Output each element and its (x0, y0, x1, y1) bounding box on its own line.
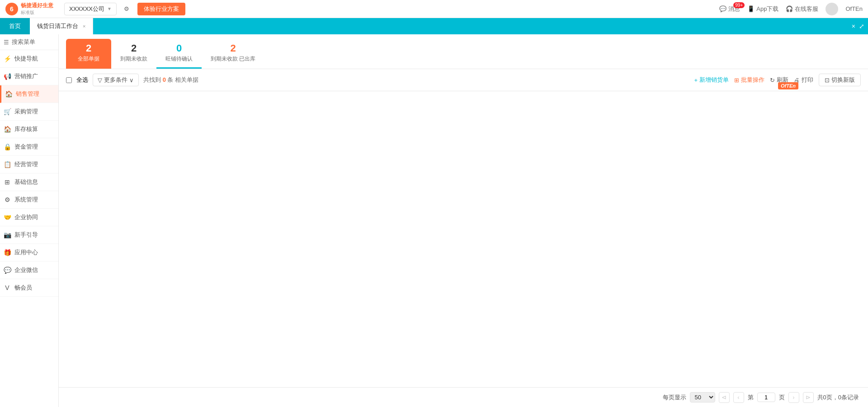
tab-overdue-shipped[interactable]: 2 到期未收款 已出库 (202, 39, 264, 69)
last-page-button[interactable]: ⊳ (803, 392, 814, 403)
logo-text: 畅捷通好生意 标准版 (21, 2, 53, 16)
sidebar-item-inventory[interactable]: 🏠 库存核算 (0, 121, 58, 138)
online-service-button[interactable]: 🎧 在线客服 (786, 5, 818, 13)
minimize-icon[interactable]: × (852, 23, 855, 30)
batch-icon: ⊞ (734, 77, 739, 84)
home-tab-label: 首页 (9, 22, 21, 30)
dropdown-arrow-icon: ▼ (107, 6, 112, 11)
sidebar-item-sales[interactable]: 🏠 销售管理 (0, 85, 58, 103)
tab-label: 钱货日清工作台 (37, 22, 78, 30)
headset-icon: 🎧 (786, 5, 793, 12)
refresh-icon: ↻ (770, 77, 775, 84)
tab-controls: × ⤢ (852, 18, 868, 34)
download-icon: 📱 (747, 5, 755, 12)
page-label: 第 (748, 393, 754, 402)
sidebar-item-label: 畅会员 (14, 284, 32, 292)
cart-icon: 🛒 (4, 108, 11, 115)
flash-icon: ⚡ (4, 55, 11, 62)
page-label-end: 页 (779, 393, 785, 402)
trial-button[interactable]: 体验行业方案 (137, 3, 185, 15)
switch-new-version-button[interactable]: ⊡ 切换新版 (819, 74, 861, 86)
sidebar-item-label: 销售管理 (16, 90, 39, 98)
prev-page-button[interactable]: ‹ (733, 392, 744, 403)
sidebar-item-wechat[interactable]: 💬 企业微信 (0, 262, 58, 279)
sidebar-item-operation[interactable]: 📋 经营管理 (0, 156, 58, 173)
more-filter-button[interactable]: ▽ 更多条件 ∨ (93, 74, 139, 86)
sidebar-item-cooperation[interactable]: 🤝 企业协同 (0, 209, 58, 226)
found-text: 共找到 0 条 相关单据 (143, 76, 198, 84)
sidebar-item-label: 企业微信 (14, 266, 38, 274)
sidebar-item-finance[interactable]: 🔒 资金管理 (0, 138, 58, 156)
tab-pending-label: 旺铺待确认 (165, 55, 193, 63)
toolbar-right: + 新增销货单 ⊞ 批量操作 ↻ 刷新 🖨 打印 ⊡ 切换新版 (694, 74, 861, 86)
tab-bar: 首页 钱货日清工作台 × × ⤢ (0, 18, 868, 34)
switch-icon: ⊡ (825, 77, 830, 84)
content-area: 2 全部单据 2 到期未收款 0 旺铺待确认 2 到期未收款 已出库 全选 ▽ … (59, 34, 868, 407)
tab-all-orders[interactable]: 2 全部单据 (66, 39, 111, 69)
header-right: 💬 消息 99+ 📱 App下载 🎧 在线客服 OfTEn (719, 3, 863, 15)
sidebar-item-label: 资金管理 (14, 143, 38, 151)
sidebar: ☰ 搜索菜单 ⚡ 快捷导航 📢 营销推广 🏠 销售管理 🛒 采购管理 🏠 库存核… (0, 34, 59, 407)
close-icon[interactable]: × (83, 23, 85, 29)
print-label: 打印 (802, 76, 813, 84)
avatar[interactable] (826, 3, 838, 15)
main-layout: ☰ 搜索菜单 ⚡ 快捷导航 📢 营销推广 🏠 销售管理 🛒 采购管理 🏠 库存核… (0, 34, 868, 407)
page-size-label: 每页显示 (663, 393, 686, 402)
tab-pending[interactable]: 0 旺铺待确认 (156, 39, 202, 69)
company-name: XXXXXX公司 (69, 5, 104, 13)
system-icon: ⚙ (4, 196, 11, 203)
sidebar-item-label: 企业协同 (14, 213, 38, 221)
search-icon: ☰ (4, 39, 9, 46)
add-order-button[interactable]: + 新增销货单 (694, 76, 729, 84)
logo-icon: 6 (5, 3, 18, 15)
sidebar-item-purchase[interactable]: 🛒 采购管理 (0, 103, 58, 121)
tab-all-count: 2 (75, 42, 102, 54)
sidebar-item-label: 库存核算 (14, 125, 38, 133)
sidebar-item-label: 应用中心 (14, 248, 38, 257)
logo-area: 6 畅捷通好生意 标准版 (5, 2, 64, 16)
sidebar-item-guide[interactable]: 📷 新手引导 (0, 226, 58, 244)
tab-overdue-shipped-label: 到期未收款 已出库 (211, 55, 255, 63)
tab-overdue-count: 2 (120, 42, 147, 54)
settings-button[interactable]: ⚙ (120, 3, 133, 15)
sidebar-item-member[interactable]: V 畅会员 (0, 279, 58, 297)
grid-icon: ⊞ (4, 178, 11, 186)
filter-icon: ▽ (98, 77, 102, 84)
message-icon: 💬 (719, 5, 726, 12)
plus-icon: + (694, 77, 698, 84)
company-selector[interactable]: XXXXXX公司 ▼ (64, 3, 117, 15)
sidebar-item-label: 营销推广 (14, 72, 38, 80)
sidebar-item-system[interactable]: ⚙ 系统管理 (0, 191, 58, 209)
vip-icon: V (4, 284, 11, 291)
chevron-down-icon: ∨ (129, 77, 134, 84)
message-button[interactable]: 💬 消息 99+ (719, 5, 740, 13)
batch-label: 批量操作 (741, 76, 764, 84)
select-all-checkbox[interactable] (66, 77, 72, 83)
top-header: 6 畅捷通好生意 标准版 XXXXXX公司 ▼ ⚙ 体验行业方案 💬 消息 99… (0, 0, 868, 18)
maximize-icon[interactable]: ⤢ (859, 23, 864, 30)
page-input[interactable] (757, 393, 775, 402)
shop-icon: 🏠 (5, 90, 12, 98)
sidebar-item-basic-info[interactable]: ⊞ 基础信息 (0, 173, 58, 191)
page-size-select[interactable]: 50 100 200 (690, 392, 715, 402)
tab-overdue[interactable]: 2 到期未收款 (111, 39, 156, 69)
first-page-button[interactable]: ⊲ (719, 392, 730, 403)
handshake-icon: 🤝 (4, 214, 11, 221)
next-page-button[interactable]: › (788, 392, 799, 403)
add-order-label: 新增销货单 (699, 76, 729, 84)
gear-icon: ⚙ (124, 5, 129, 12)
sidebar-item-app-center[interactable]: 🎁 应用中心 (0, 244, 58, 262)
sidebar-item-label: 快捷导航 (14, 55, 38, 63)
message-badge: 99+ (733, 2, 745, 8)
search-menu-item[interactable]: ☰ 搜索菜单 (0, 34, 58, 50)
app-download-button[interactable]: 📱 App下载 (747, 5, 778, 13)
table-area (59, 91, 868, 387)
tab-home[interactable]: 首页 (0, 18, 30, 34)
sidebar-item-marketing[interactable]: 📢 营销推广 (0, 68, 58, 85)
switch-label: 切换新版 (831, 76, 855, 84)
batch-operation-button[interactable]: ⊞ 批量操作 (734, 76, 764, 84)
tab-cash-daily[interactable]: 钱货日清工作台 × (30, 18, 93, 34)
sidebar-item-quick-nav[interactable]: ⚡ 快捷导航 (0, 50, 58, 68)
sidebar-item-label: 经营管理 (14, 160, 38, 168)
sidebar-item-label: 系统管理 (14, 196, 38, 204)
